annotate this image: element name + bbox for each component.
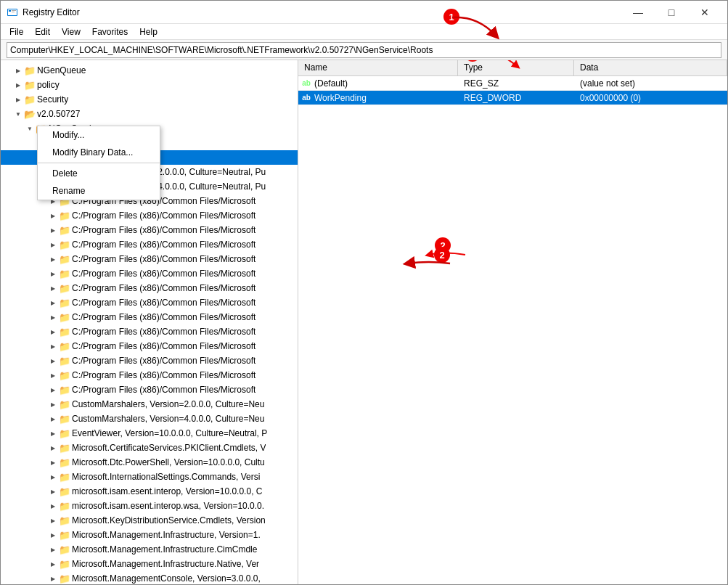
- expand-icon: ▶: [12, 79, 24, 91]
- tree-label: C:/Program Files (x86)/Common Files/Micr…: [72, 385, 255, 395]
- menu-help[interactable]: Help: [134, 25, 163, 38]
- list-item[interactable]: ▶ 📁 Microsoft.Dtc.PowerShell, Version=10…: [1, 455, 298, 470]
- annotation-badge-2-overlay: 2: [434, 247, 450, 263]
- registry-editor-window: Registry Editor — □ ✕ File Edit View Fav…: [0, 0, 728, 585]
- list-item[interactable]: ▶ 📁 CustomMarshalers, Version=4.0.0.0, C…: [1, 412, 298, 426]
- list-item[interactable]: ▶ 📁 C:/Program Files (x86)/Common Files/…: [1, 208, 298, 223]
- tree-label: CustomMarshalers, Version=4.0.0.0, Cultu…: [72, 414, 264, 424]
- tree-label: microsoft.isam.esent.interop.wsa, Versio…: [72, 501, 264, 511]
- registry-row-workpending[interactable]: ab WorkPending REG_DWORD 0x00000000 (0): [298, 91, 727, 105]
- tree-label: Microsoft.ManagementConsole, Version=3.0…: [72, 573, 261, 584]
- tree-label: Security: [37, 94, 68, 105]
- folder-icon: 📁: [59, 486, 70, 497]
- list-item[interactable]: ▶ 📁 microsoft.isam.esent.interop, Versio…: [1, 484, 298, 499]
- list-item[interactable]: ▶ 📁 C:/Program Files (x86)/Common Files/…: [1, 252, 298, 266]
- address-input[interactable]: [7, 42, 721, 58]
- folder-icon: 📁: [59, 311, 70, 323]
- list-item[interactable]: ▶ 📁 C:/Program Files (x86)/Common Files/…: [1, 281, 298, 295]
- folder-icon: 📁: [59, 500, 70, 512]
- list-item[interactable]: ▶ 📁 Microsoft.KeyDistributionService.Cmd…: [1, 513, 298, 528]
- folder-icon: 📁: [59, 268, 70, 279]
- expand-icon: ▶: [47, 369, 59, 381]
- folder-icon: 📁: [59, 369, 70, 381]
- tree-label: C:/Program Files (x86)/Common Files/Micr…: [72, 254, 255, 264]
- expand-icon: ▼: [24, 123, 36, 134]
- tree-label: v2.0.50727: [37, 109, 80, 119]
- expand-icon: ▶: [47, 355, 59, 367]
- registry-row-default[interactable]: ab (Default) REG_SZ (value not set): [298, 76, 727, 91]
- tree-label: Microsoft.KeyDistributionService.Cmdlets…: [72, 515, 266, 525]
- expand-icon: ▼: [12, 108, 24, 120]
- menu-favorites[interactable]: Favorites: [86, 25, 134, 38]
- tree-item-v2[interactable]: ▼ 📂 v2.0.50727: [1, 107, 298, 121]
- tree-label: C:/Program Files (x86)/Common Files/Micr…: [72, 327, 255, 337]
- tree-label: microsoft.isam.esent.interop, Version=10…: [72, 486, 262, 496]
- reg-data-workpending: 0x00000000 (0): [574, 93, 727, 103]
- list-item[interactable]: ▶ 📁 microsoft.isam.esent.interop.wsa, Ve…: [1, 499, 298, 513]
- menu-edit[interactable]: Edit: [29, 25, 56, 38]
- expand-icon: ▶: [47, 268, 59, 279]
- expand-icon: ▶: [47, 558, 59, 570]
- registry-table: ab (Default) REG_SZ (value not set) ab W…: [298, 76, 727, 584]
- expand-icon: ▶: [47, 442, 59, 454]
- list-item[interactable]: ▶ 📁 C:/Program Files (x86)/Common Files/…: [1, 223, 298, 237]
- list-item[interactable]: ▶ 📁 C:/Program Files (x86)/Common Files/…: [1, 353, 298, 368]
- list-item[interactable]: ▶ 📁 C:/Program Files (x86)/Common Files/…: [1, 310, 298, 324]
- expand-icon: ▶: [47, 457, 59, 468]
- app-icon: [7, 7, 18, 18]
- reg-label: (Default): [314, 78, 348, 89]
- expand-icon: ▶: [47, 297, 59, 308]
- tree-label: Microsoft.Management.Infrastructure.Nati…: [72, 559, 259, 569]
- tree-label: EventViewer, Version=10.0.0.0, Culture=N…: [72, 428, 267, 438]
- folder-icon: 📁: [59, 297, 70, 308]
- list-item[interactable]: ▶ 📁 C:/Program Files (x86)/Common Files/…: [1, 324, 298, 339]
- tree-label: CustomMarshalers, Version=2.0.0.0, Cultu…: [72, 399, 264, 409]
- list-item[interactable]: ▶ 📁 C:/Program Files (x86)/Common Files/…: [1, 339, 298, 353]
- folder-icon: 📁: [59, 253, 70, 265]
- tree-item-security[interactable]: ▶ 📁 Security: [1, 92, 298, 107]
- minimize-button[interactable]: —: [621, 1, 655, 24]
- list-item[interactable]: ▶ 📁 Microsoft.InternationalSettings.Comm…: [1, 470, 298, 484]
- list-item[interactable]: ▶ 📁 C:/Program Files (x86)/Common Files/…: [1, 237, 298, 252]
- folder-icon: 📁: [59, 398, 70, 410]
- folder-icon: 📁: [59, 529, 70, 541]
- maximize-button[interactable]: □: [655, 1, 688, 24]
- tree-item-ngenqueue[interactable]: ▶ 📁 NGenQueue: [1, 63, 298, 78]
- list-item[interactable]: ▶ 📁 CustomMarshalers, Version=2.0.0.0, C…: [1, 397, 298, 412]
- menu-file[interactable]: File: [4, 25, 29, 38]
- list-item[interactable]: ▶ 📁 Microsoft.Management.Infrastructure,…: [1, 528, 298, 542]
- list-item[interactable]: ▶ 📁 C:/Program Files (x86)/Common Files/…: [1, 266, 298, 281]
- list-item[interactable]: ▶ 📁 Microsoft.CertificateServices.PKICli…: [1, 441, 298, 455]
- expand-icon: ▶: [47, 413, 59, 425]
- folder-icon: 📁: [24, 79, 36, 91]
- list-item[interactable]: ▶ 📁 Microsoft.Management.Infrastructure.…: [1, 557, 298, 571]
- list-item[interactable]: ▶ 📁 Microsoft.ManagementConsole, Version…: [1, 571, 298, 584]
- list-item[interactable]: ▶ 📁 C:/Program Files (x86)/Common Files/…: [1, 295, 298, 310]
- list-item[interactable]: ▶ 📁 C:/Program Files (x86)/Common Files/…: [1, 368, 298, 382]
- tree-label: policy: [37, 80, 60, 90]
- folder-icon: 📁: [59, 384, 70, 396]
- svg-rect-2: [9, 10, 11, 12]
- menu-view[interactable]: View: [56, 25, 86, 38]
- folder-icon: 📁: [59, 282, 70, 294]
- list-item[interactable]: ▶ 📁 C:/Program Files (x86)/Common Files/…: [1, 382, 298, 397]
- folder-icon: 📁: [59, 515, 70, 526]
- tree-item-policy[interactable]: ▶ 📁 policy: [1, 78, 298, 92]
- folder-icon: 📁: [59, 471, 70, 483]
- reg-type-workpending: REG_DWORD: [458, 93, 574, 103]
- address-bar: [1, 40, 727, 60]
- column-header-data: Data: [574, 60, 727, 75]
- expand-icon: ▶: [47, 326, 59, 338]
- list-item[interactable]: ▶ 📁 EventViewer, Version=10.0.0.0, Cultu…: [1, 426, 298, 441]
- reg-name-workpending: ab WorkPending: [298, 93, 458, 103]
- menu-bar: File Edit View Favorites Help: [1, 24, 727, 40]
- expand-icon: ▶: [47, 486, 59, 497]
- expand-icon: ▶: [12, 65, 24, 76]
- close-button[interactable]: ✕: [688, 1, 721, 24]
- expand-icon: ▶: [47, 282, 59, 294]
- reg-value-icon: ab: [301, 93, 311, 103]
- expand-icon: ▶: [47, 573, 59, 584]
- tree-label: C:/Program Files (x86)/Common Files/Micr…: [72, 283, 255, 293]
- list-item[interactable]: ▶ 📁 Microsoft.Management.Infrastructure.…: [1, 542, 298, 557]
- expand-icon: ▶: [47, 515, 59, 526]
